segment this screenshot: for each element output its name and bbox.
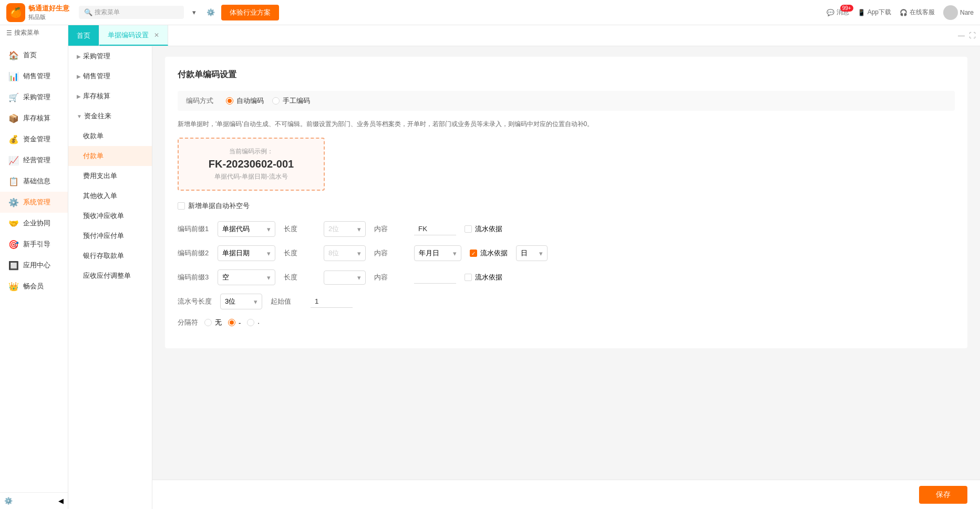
content-input-1[interactable]	[414, 223, 456, 235]
topbar: 🍊 畅通道好生意 拓品版 🔍 搜索菜单 ▾ ⚙️ 体验行业方案 💬 消息 99+…	[0, 0, 980, 25]
nav-pre-receive[interactable]: 预收冲应收单	[68, 206, 152, 226]
sep-dot2-radio[interactable]: ·	[247, 319, 260, 327]
length-select-3[interactable]: ▾	[324, 271, 366, 285]
form-panel: 付款单编码设置 编码方式 自动编码 手工编码	[165, 57, 967, 348]
sidebar-item-apps[interactable]: 🔲 应用中心	[0, 255, 68, 276]
nav-receipts[interactable]: 收款单	[68, 126, 152, 146]
service-btn[interactable]: 🎧 在线客服	[900, 8, 935, 17]
auto-encoding-radio[interactable]: 自动编码	[226, 96, 264, 106]
auto-fill-checkbox[interactable]	[178, 202, 185, 210]
logo-text: 畅通道好生意 拓品版	[28, 4, 69, 20]
tab-home[interactable]: 首页	[68, 25, 99, 46]
length-select-2[interactable]: 8位 ▾	[324, 245, 366, 261]
auto-fill-row: 新增单据自动补空号	[178, 201, 955, 211]
serial-length-label: 流水号长度	[178, 297, 212, 306]
sidebar-item-guide[interactable]: 🎯 新手引导	[0, 234, 68, 255]
nav-adjust[interactable]: 应收应付调整单	[68, 266, 152, 286]
inventory-icon: 📦	[8, 113, 19, 123]
group-capital[interactable]: ▼ 资金往来	[68, 106, 152, 126]
page-inner: ▶ 采购管理 ▶ 销售管理 ▶ 库存核算 ▼ 资金往来 收款单	[68, 46, 980, 509]
maximize-icon[interactable]: ⛶	[969, 32, 976, 39]
sidebar-item-basic[interactable]: 📋 基础信息	[0, 171, 68, 192]
apps-icon: 🔲	[8, 260, 19, 271]
prefix-select-1[interactable]: 单据代码 ▾	[218, 221, 275, 237]
sidebar-item-home[interactable]: 🏠 首页	[0, 45, 68, 66]
search-bar[interactable]: 🔍 搜索菜单	[79, 6, 184, 19]
sidebar-item-collab[interactable]: 🤝 企业协同	[0, 213, 68, 234]
settings-bottom-icon[interactable]: ⚙️	[4, 497, 13, 505]
auto-encoding-radio-btn[interactable]	[226, 97, 233, 105]
group-inventory[interactable]: ▶ 库存核算	[68, 86, 152, 106]
logo: 🍊 畅通道好生意 拓品版	[6, 3, 75, 22]
manual-encoding-radio-btn[interactable]	[272, 97, 280, 105]
serial-check-1[interactable]	[465, 225, 472, 233]
message-btn[interactable]: 💬 消息 99+	[827, 8, 849, 17]
collapse-icon[interactable]: ◀	[58, 497, 64, 505]
nav-payment[interactable]: 付款单	[68, 146, 152, 166]
sidebar-item-operation[interactable]: 📈 经营管理	[0, 150, 68, 171]
sidebar-item-member[interactable]: 👑 畅会员	[0, 276, 68, 297]
serial-unit-select[interactable]: 日 ▾	[516, 245, 548, 261]
sidebar-item-purchase[interactable]: 🛒 采购管理	[0, 87, 68, 108]
app-download-btn[interactable]: 📱 App下载	[858, 8, 891, 17]
encoding-method-label: 编码方式	[186, 96, 213, 106]
serial-length-select[interactable]: 3位 ▾	[220, 294, 262, 309]
save-button[interactable]: 保存	[919, 486, 967, 504]
sep-none-btn[interactable]	[204, 319, 212, 326]
tab-encoding[interactable]: 单据编码设置 ✕	[99, 25, 168, 46]
sep-dot-btn[interactable]	[228, 319, 235, 326]
info-text: 新增单据时，'单据编码'自动生成、不可编辑。前缀设置为部门、业务员等档案类，开单…	[178, 119, 955, 129]
search-icon: 🔍	[84, 8, 92, 16]
select-arrow-icon: ▾	[539, 250, 543, 257]
message-icon: 💬	[827, 9, 834, 16]
avatar	[943, 5, 958, 20]
tabbar: 首页 单据编码设置 ✕ — ⛶	[68, 25, 980, 46]
serial-checkbox-1: 流水依据	[465, 224, 502, 234]
tabbar-actions: — ⛶	[954, 25, 980, 46]
prefix-select-2[interactable]: 单据日期 ▾	[218, 245, 275, 261]
home-icon: 🏠	[8, 50, 19, 60]
second-sidebar: ▶ 采购管理 ▶ 销售管理 ▶ 库存核算 ▼ 资金往来 收款单	[68, 46, 152, 509]
group-sales[interactable]: ▶ 销售管理	[68, 66, 152, 86]
content-label-3: 内容	[374, 273, 406, 282]
separator-row: 分隔符 无 - ·	[178, 318, 955, 327]
tab-close-icon[interactable]: ✕	[154, 32, 159, 39]
start-value-label: 起始值	[271, 297, 302, 306]
group-purchase[interactable]: ▶ 采购管理	[68, 46, 152, 66]
sidebar-item-inventory[interactable]: 📦 库存核算	[0, 108, 68, 129]
sidebar-item-finance[interactable]: 💰 资金管理	[0, 129, 68, 150]
length-select-1[interactable]: 2位 ▾	[324, 221, 366, 237]
sidebar-item-sales[interactable]: 📊 销售管理	[0, 66, 68, 87]
content-select-2[interactable]: 年月日 ▾	[414, 245, 461, 261]
sep-dot2-btn[interactable]	[247, 319, 254, 326]
select-arrow-icon: ▾	[267, 225, 271, 233]
serial-check-3[interactable]	[465, 274, 472, 281]
purchase-icon: 🛒	[8, 92, 19, 102]
search-menu-btn[interactable]: ☰ 搜索菜单	[0, 25, 68, 40]
sep-dot-radio[interactable]: -	[228, 319, 241, 327]
serial-check-2[interactable]: ✓	[470, 250, 477, 257]
content-input-3[interactable]	[414, 271, 456, 284]
prefix-select-3[interactable]: 空 ▾	[218, 269, 275, 285]
nav-expense[interactable]: 费用支出单	[68, 166, 152, 186]
serial-checkbox-3: 流水依据	[465, 273, 502, 282]
page-title: 付款单编码设置	[178, 69, 955, 80]
nav-pre-pay[interactable]: 预付冲应付单	[68, 226, 152, 246]
sidebar-bottom: ⚙️ ◀	[0, 492, 68, 509]
start-value-input[interactable]	[311, 295, 353, 308]
minimize-icon[interactable]: —	[958, 32, 965, 39]
main-page: 付款单编码设置 编码方式 自动编码 手工编码	[152, 46, 980, 509]
nav-other-income[interactable]: 其他收入单	[68, 186, 152, 206]
manual-encoding-radio[interactable]: 手工编码	[272, 96, 310, 106]
nav-bank[interactable]: 银行存取款单	[68, 246, 152, 266]
sidebar-item-system[interactable]: ⚙️ 系统管理	[0, 192, 68, 213]
select-arrow-icon: ▾	[357, 274, 361, 282]
user-menu[interactable]: Nare	[943, 5, 974, 20]
industry-btn[interactable]: 体验行业方案	[221, 5, 279, 20]
basic-icon: 📋	[8, 176, 19, 186]
system-icon: ⚙️	[8, 197, 19, 207]
select-arrow-icon: ▾	[267, 274, 271, 282]
sep-none-radio[interactable]: 无	[204, 318, 222, 327]
dropdown-toggle[interactable]: ▾	[188, 6, 200, 18]
settings-icon[interactable]: ⚙️	[204, 6, 217, 18]
